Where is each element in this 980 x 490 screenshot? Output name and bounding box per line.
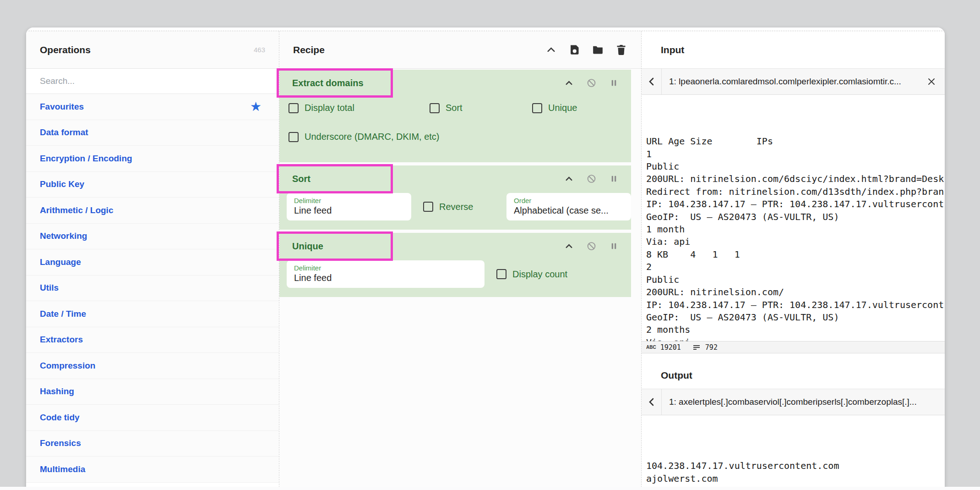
step-breakpoint-pause-icon[interactable] — [609, 78, 619, 88]
step-disable-icon[interactable] — [586, 78, 597, 88]
clear-recipe-trash-icon[interactable] — [615, 44, 627, 56]
recipe-step-extract-domains[interactable]: Extract domains — [279, 70, 631, 162]
step-breakpoint-pause-icon[interactable] — [609, 174, 619, 184]
load-recipe-folder-icon[interactable] — [592, 44, 604, 56]
close-tab-button[interactable] — [925, 77, 945, 86]
sort-option: Sort — [430, 103, 532, 113]
category-label: Date / Time — [40, 309, 86, 319]
output-tab[interactable]: 1: axelertples[.]combaserviol[.]comberip… — [662, 397, 945, 407]
step-title: Sort — [279, 174, 310, 184]
sort-checkbox[interactable] — [430, 103, 440, 113]
cyberchef-window: Operations 463 Favourites ★ Dat — [26, 28, 945, 490]
input-line: 1 — [646, 148, 945, 160]
previous-tab-button[interactable] — [642, 69, 662, 94]
category-label: Favourites — [40, 102, 84, 112]
checkbox-label: Sort — [446, 103, 463, 113]
step-collapse-chevron-icon[interactable] — [564, 78, 574, 88]
category-row[interactable]: Utils — [26, 275, 279, 302]
window-top-gutter — [26, 28, 945, 31]
sort-delimiter-field[interactable]: Delimiter Line feed — [287, 193, 411, 220]
category-row[interactable]: Multimedia — [26, 457, 279, 483]
checkbox-label: Underscore (DMARC, DKIM, etc) — [305, 132, 440, 142]
bottom-edge — [0, 487, 980, 490]
input-line: Redirect from: nitrinelsion.com/d13sdth/… — [646, 186, 945, 198]
checkbox-label: Unique — [548, 103, 577, 113]
step-header: Extract domains — [279, 70, 631, 96]
save-recipe-icon[interactable] — [568, 44, 581, 56]
reverse-option: Reverse — [423, 202, 473, 212]
display-count-option: Display count — [496, 269, 567, 280]
category-row[interactable]: Encryption / Encoding — [26, 146, 279, 172]
output-line: 104.238.147.17.vultrusercontent.com — [646, 459, 945, 473]
category-label: Hashing — [40, 386, 74, 396]
input-line: 8 KB 4 1 1 — [646, 248, 945, 261]
character-count-icon: ABC — [646, 345, 656, 350]
input-tab[interactable]: 1: lpeaonerla.comlaredmsol.comlperlexipl… — [662, 77, 925, 87]
operations-count: 463 — [254, 46, 265, 54]
unique-delimiter-field[interactable]: Delimiter Line feed — [287, 260, 485, 288]
input-line: GeoIP: US – AS20473 (AS-VULTR, US) — [646, 211, 945, 223]
category-row[interactable]: Networking — [26, 224, 279, 250]
input-line: 2 months — [646, 324, 945, 336]
unique-checkbox[interactable] — [532, 103, 542, 113]
io-splitter[interactable] — [642, 353, 945, 362]
underscore-checkbox[interactable] — [289, 132, 299, 142]
step-options-row: Underscore (DMARC, DKIM, etc) — [279, 113, 631, 162]
category-row[interactable]: Date / Time — [26, 301, 279, 327]
step-options-row: Display total Sort Unique — [279, 96, 631, 113]
input-title: Input — [661, 44, 684, 55]
input-line: URL Age Size IPs — [646, 135, 945, 148]
recipe-controls — [545, 44, 627, 56]
category-list: Favourites ★ Data format Encryption / En… — [26, 94, 279, 483]
category-row[interactable]: Favourites ★ — [26, 94, 279, 120]
field-value: Line feed — [294, 205, 404, 216]
sort-order-field[interactable]: Order Alphabetical (case se... — [506, 193, 631, 220]
unique-option: Unique — [532, 103, 631, 113]
screen: Operations 463 Favourites ★ Dat — [0, 0, 980, 490]
category-label: Networking — [40, 231, 87, 241]
previous-tab-button[interactable] — [642, 389, 662, 415]
input-line: Via: api — [646, 336, 945, 341]
step-controls — [564, 78, 619, 88]
recipe-title: Recipe — [293, 44, 325, 55]
favourite-star-icon[interactable]: ★ — [250, 100, 261, 113]
input-line: GeoIP: US – AS20473 (AS-VULTR, US) — [646, 311, 945, 324]
step-disable-icon[interactable] — [586, 174, 597, 184]
display-count-checkbox[interactable] — [496, 269, 506, 279]
category-row[interactable]: Forensics — [26, 431, 279, 457]
category-row[interactable]: Extractors — [26, 327, 279, 353]
category-row[interactable]: Language — [26, 249, 279, 275]
step-collapse-chevron-icon[interactable] — [564, 174, 574, 184]
category-row[interactable]: Public Key — [26, 172, 279, 198]
step-collapse-chevron-icon[interactable] — [564, 241, 574, 252]
step-disable-icon[interactable] — [586, 241, 597, 252]
field-value: Line feed — [294, 273, 477, 283]
output-line: ajolwerst.com — [646, 472, 945, 485]
recipe-step-unique[interactable]: Unique — [279, 233, 631, 297]
step-options-row: Delimiter Line feed Display count — [279, 259, 631, 297]
category-label: Utils — [40, 283, 59, 293]
category-row[interactable]: Code tidy — [26, 405, 279, 431]
search-input[interactable] — [26, 76, 279, 86]
line-count-icon — [693, 344, 701, 351]
display-total-option: Display total — [289, 103, 430, 113]
input-line: Public — [646, 160, 945, 173]
input-line: 2 — [646, 261, 945, 273]
step-title: Unique — [279, 241, 323, 252]
input-textarea[interactable]: URL Age Size IPs1Public200URL: nitrinels… — [642, 95, 945, 341]
category-row[interactable]: Data format — [26, 120, 279, 146]
reverse-checkbox[interactable] — [423, 202, 433, 212]
category-label: Encryption / Encoding — [40, 154, 132, 164]
step-breakpoint-pause-icon[interactable] — [609, 241, 619, 252]
category-row[interactable]: Hashing — [26, 379, 279, 405]
chevron-left-icon — [648, 398, 655, 406]
field-label: Order — [514, 197, 624, 204]
category-row[interactable]: Arithmetic / Logic — [26, 198, 279, 224]
category-row[interactable]: Compression — [26, 353, 279, 379]
recipe-step-sort[interactable]: Sort — [279, 165, 631, 230]
checkbox-label: Reverse — [439, 202, 473, 212]
output-tab-bar: 1: axelertples[.]combaserviol[.]comberip… — [642, 389, 945, 415]
input-line: 200URL: nitrinelsion.com/ — [646, 286, 945, 298]
collapse-chevron-up-icon[interactable] — [545, 44, 557, 56]
display-total-checkbox[interactable] — [289, 103, 299, 113]
